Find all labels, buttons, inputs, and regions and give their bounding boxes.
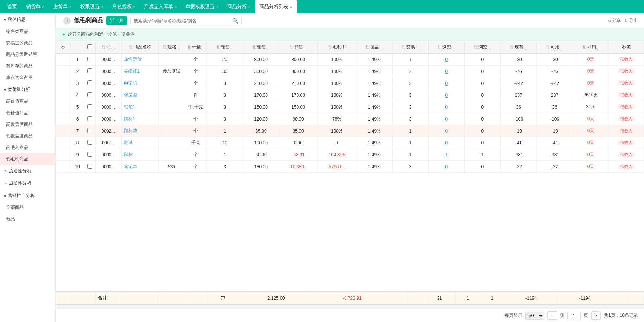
- search-box[interactable]: 🔍: [130, 17, 242, 25]
- sidebar-item-category-assist[interactable]: 商品分类助销率: [0, 49, 55, 60]
- nav-permission[interactable]: 权限设置 ×: [76, 0, 108, 13]
- sidebar-item-capital[interactable]: 库存资金占用: [0, 72, 55, 83]
- row-name[interactable]: 鼠标: [121, 149, 158, 161]
- period-button[interactable]: 近一月: [106, 16, 127, 25]
- search-input[interactable]: [134, 18, 232, 23]
- column-current[interactable]: ⇅ 现有...: [500, 41, 536, 54]
- nav-template[interactable]: 单据模板设置 ×: [181, 0, 223, 13]
- row-browse1[interactable]: 0: [428, 77, 464, 89]
- sidebar-item-high-coverage[interactable]: 高覆盖度商品: [0, 119, 55, 130]
- nav-home[interactable]: 首页: [3, 0, 22, 13]
- nav-analysis-list[interactable]: 商品分析列表 ×: [255, 0, 297, 13]
- column-unit[interactable]: ⇅ 计量...: [185, 41, 207, 54]
- nav-product-entry[interactable]: 产成品入库单 ×: [140, 0, 181, 13]
- row-checkbox[interactable]: [84, 161, 95, 173]
- row-name[interactable]: 笔记本: [121, 161, 158, 173]
- sidebar-section-marketing[interactable]: ∨ 营销推广分析: [0, 189, 55, 202]
- sidebar-item-stocked[interactable]: 有库存的商品: [0, 60, 55, 72]
- close-icon[interactable]: ×: [174, 5, 177, 9]
- nav-purchase[interactable]: 进货单 ×: [49, 0, 76, 13]
- next-page-button[interactable]: ＞: [591, 311, 601, 320]
- row-select-checkbox[interactable]: [87, 80, 92, 85]
- row-name[interactable]: 鼠标1: [121, 113, 158, 125]
- row-select-checkbox[interactable]: [87, 140, 92, 145]
- row-select-checkbox[interactable]: [87, 57, 92, 61]
- sidebar-item-high-value[interactable]: 高价值商品: [0, 96, 55, 107]
- column-sales-count[interactable]: ⇅ 销售...: [207, 41, 243, 54]
- row-browse1[interactable]: 0: [428, 101, 464, 113]
- row-select-checkbox[interactable]: [87, 116, 92, 121]
- row-name[interactable]: 测试: [121, 137, 158, 149]
- row-name[interactable]: 橡皮擦: [121, 89, 158, 101]
- search-icon[interactable]: 🔍: [232, 18, 238, 24]
- sidebar-section-overall[interactable]: ∨ 整体信息: [0, 13, 55, 26]
- row-checkbox[interactable]: [84, 113, 95, 125]
- horizontal-scrollbar[interactable]: [56, 304, 644, 309]
- select-all-checkbox[interactable]: [87, 44, 92, 49]
- row-name[interactable]: 属性定价: [121, 54, 158, 66]
- close-icon[interactable]: ×: [69, 5, 71, 9]
- column-code[interactable]: ⇅ 商...: [95, 41, 121, 54]
- row-name[interactable]: 电话机: [121, 77, 158, 89]
- row-select-checkbox[interactable]: [87, 152, 92, 157]
- column-trade[interactable]: ⇅ 交易...: [392, 41, 428, 54]
- column-available[interactable]: ⇅ 可用...: [536, 41, 573, 54]
- column-sales-amount[interactable]: ⇅ 销售...: [279, 41, 317, 54]
- nav-sales[interactable]: 销货单 ×: [22, 0, 49, 13]
- sidebar-item-high-margin[interactable]: 高毛利商品: [0, 142, 55, 153]
- close-icon[interactable]: ×: [42, 5, 44, 9]
- export-button[interactable]: ⤓ 导出: [624, 17, 638, 24]
- row-browse1[interactable]: 0: [428, 125, 464, 137]
- page-input[interactable]: [567, 312, 581, 319]
- row-checkbox[interactable]: [84, 101, 95, 113]
- row-browse1[interactable]: 1: [428, 149, 464, 161]
- column-sales-price[interactable]: ⇅ 销售...: [243, 41, 279, 54]
- row-browse1[interactable]: 0: [428, 89, 464, 101]
- column-spec[interactable]: ⇅ 规格...: [158, 41, 185, 54]
- close-icon[interactable]: ×: [290, 5, 292, 9]
- row-name[interactable]: 吴细细1: [121, 66, 158, 77]
- row-browse1[interactable]: 0: [428, 113, 464, 125]
- sidebar-item-low-coverage[interactable]: 低覆盖度商品: [0, 130, 55, 142]
- sidebar-section-circulation[interactable]: ＞ 流通性分析: [0, 165, 55, 177]
- column-checkbox[interactable]: [84, 41, 95, 54]
- column-saleable[interactable]: ⇅ 可销...: [573, 41, 609, 54]
- sidebar-section-growth[interactable]: ＞ 成长性分析: [0, 177, 55, 189]
- column-gross-rate[interactable]: ⇅ 毛利率: [317, 41, 356, 54]
- close-icon[interactable]: ×: [133, 5, 135, 9]
- sidebar-item-sales-products[interactable]: 销售类商品: [0, 26, 55, 37]
- row-browse1[interactable]: 0: [428, 161, 464, 173]
- row-select-checkbox[interactable]: [87, 128, 92, 133]
- nav-role[interactable]: 角色授权 ×: [108, 0, 140, 13]
- row-checkbox[interactable]: [84, 137, 95, 149]
- close-icon[interactable]: ×: [216, 5, 218, 9]
- row-checkbox[interactable]: [84, 66, 95, 77]
- row-checkbox[interactable]: [84, 149, 95, 161]
- column-settings[interactable]: ⚙: [56, 41, 71, 54]
- sidebar-item-low-value[interactable]: 低价值商品: [0, 107, 55, 119]
- row-select-checkbox[interactable]: [87, 164, 92, 169]
- row-browse1[interactable]: 0: [428, 66, 464, 77]
- sidebar-item-new-products[interactable]: 新品: [0, 213, 55, 225]
- sidebar-section-coverage[interactable]: ∨ 类射量分析: [0, 83, 55, 96]
- row-name[interactable]: 鼠标垫: [121, 125, 158, 137]
- column-cover-rate[interactable]: ⇅ 覆盖...: [356, 41, 392, 54]
- row-checkbox[interactable]: [84, 54, 95, 66]
- row-browse1[interactable]: 0: [428, 54, 464, 66]
- row-select-checkbox[interactable]: [87, 68, 92, 73]
- row-select-checkbox[interactable]: [87, 92, 92, 97]
- row-checkbox[interactable]: [84, 125, 95, 137]
- column-browse1[interactable]: ⇅ 浏览...: [428, 41, 464, 54]
- per-page-select[interactable]: 50 20 100: [525, 312, 544, 320]
- sidebar-item-low-margin[interactable]: 低毛利商品: [0, 153, 55, 165]
- row-checkbox[interactable]: [84, 89, 95, 101]
- prev-page-button[interactable]: ＜: [547, 311, 557, 320]
- share-button[interactable]: ⎋ 分享: [608, 17, 621, 24]
- sidebar-item-all-products[interactable]: 全部商品: [0, 202, 55, 213]
- row-checkbox[interactable]: [84, 77, 95, 89]
- sidebar-collapse-button[interactable]: 《: [63, 17, 71, 25]
- column-browse2[interactable]: ⇅ 浏览...: [464, 41, 500, 54]
- row-browse1[interactable]: 0: [428, 137, 464, 149]
- row-name[interactable]: 铅笔1: [121, 101, 158, 113]
- sidebar-item-traded-products[interactable]: 交易过的商品: [0, 37, 55, 49]
